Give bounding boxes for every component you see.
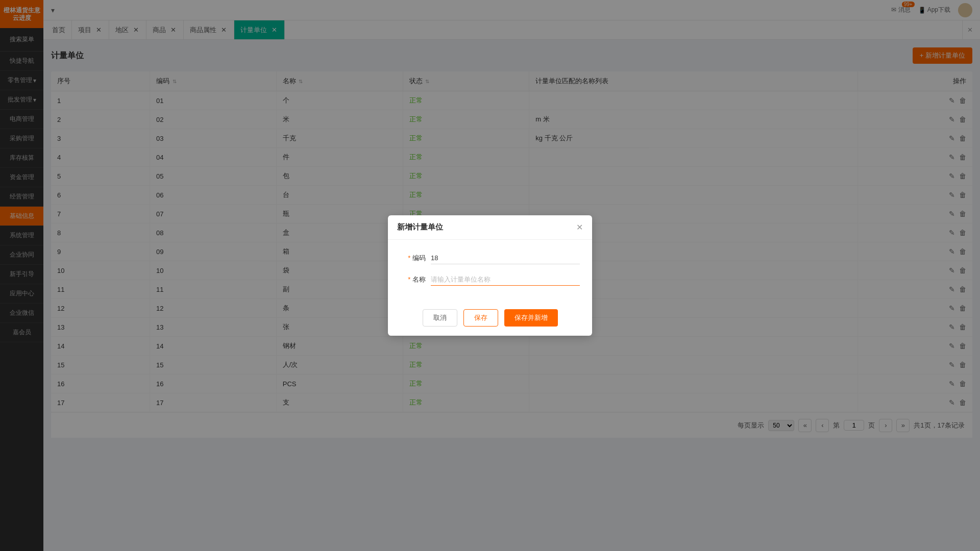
add-unit-modal: 新增计量单位 ✕ * 编码 * 名称 取消 保存 保存并新增 — [388, 215, 592, 336]
modal-header: 新增计量单位 ✕ — [388, 215, 592, 240]
name-input[interactable] — [431, 273, 580, 286]
form-row-code: * 编码 — [400, 252, 580, 264]
modal-overlay: 新增计量单位 ✕ * 编码 * 名称 取消 保存 保存并新增 — [0, 0, 980, 551]
save-add-button[interactable]: 保存并新增 — [504, 309, 558, 327]
form-row-name: * 名称 — [400, 273, 580, 286]
save-button[interactable]: 保存 — [463, 309, 498, 327]
modal-title: 新增计量单位 — [397, 222, 443, 232]
modal-body: * 编码 * 名称 — [388, 240, 592, 303]
modal-footer: 取消 保存 保存并新增 — [388, 303, 592, 336]
required-mark-name: * — [408, 276, 410, 283]
modal-close-button[interactable]: ✕ — [576, 222, 583, 232]
cancel-button[interactable]: 取消 — [423, 309, 457, 327]
required-mark-code: * — [408, 254, 410, 262]
code-input[interactable] — [431, 252, 580, 264]
form-code-label: * 编码 — [400, 254, 431, 263]
form-name-label: * 名称 — [400, 275, 431, 284]
